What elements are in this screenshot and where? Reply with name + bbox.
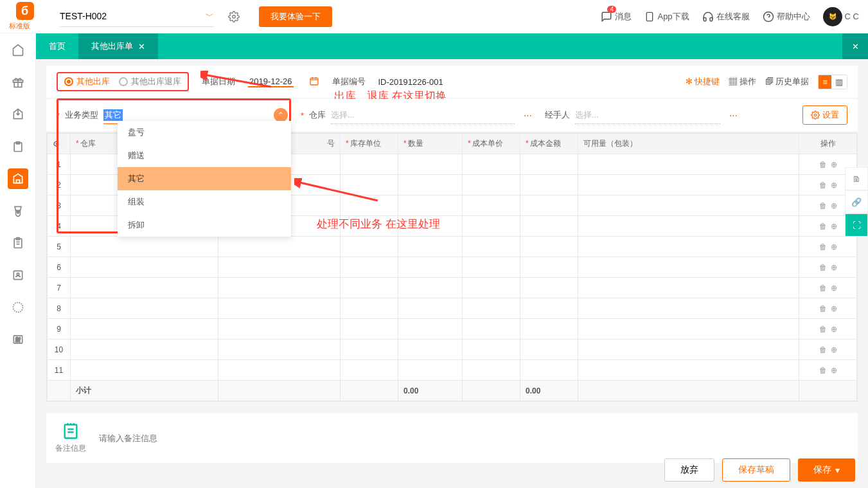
handler-select[interactable]: 选择... (575, 106, 720, 124)
tab-strip-close-icon[interactable]: ✕ (842, 33, 868, 59)
delete-icon[interactable]: 🗑 (819, 366, 827, 375)
warehouse-placeholder: 选择... (331, 109, 355, 121)
table-row[interactable]: 6🗑⊕ (48, 257, 857, 278)
nav-finance-icon[interactable]: ¥ (8, 201, 28, 221)
remark-label: 备注信息 (55, 443, 86, 454)
more-icon[interactable]: ⋯ (524, 111, 532, 120)
dropdown-item[interactable]: 其它 (118, 167, 291, 190)
row-ops: 🗑⊕ (799, 298, 857, 319)
add-row-icon[interactable]: ⊕ (831, 284, 837, 293)
view-list-icon[interactable]: ≡ (819, 75, 831, 89)
radio-outbound[interactable]: 其他出库 (64, 76, 110, 87)
float-link-icon[interactable]: 🔗 (845, 190, 868, 213)
more-icon[interactable]: ⋯ (729, 111, 738, 120)
table-row[interactable]: 11🗑⊕ (48, 360, 857, 381)
view-card-icon[interactable]: ▥ (831, 75, 847, 89)
add-row-icon[interactable]: ⊕ (831, 366, 837, 375)
delete-icon[interactable]: 🗑 (819, 304, 827, 313)
add-row-icon[interactable]: ⊕ (831, 222, 837, 231)
remark-input[interactable] (99, 433, 849, 443)
table-row[interactable]: 8🗑⊕ (48, 298, 857, 319)
add-row-icon[interactable]: ⊕ (831, 201, 837, 210)
delete-icon[interactable]: 🗑 (819, 345, 827, 354)
help-link[interactable]: 帮助中心 (763, 11, 810, 23)
delete-icon[interactable]: 🗑 (819, 201, 827, 210)
radio-outbound-return[interactable]: 其他出库退库 (119, 76, 181, 87)
try-button[interactable]: 我要体验一下 (259, 6, 332, 27)
user-menu[interactable]: 😺 C C (823, 7, 859, 26)
calendar-icon[interactable] (309, 76, 319, 88)
tab-strip: 首页 其他出库单 ✕ ✕ (36, 33, 868, 59)
service-link[interactable]: 在线客服 (702, 11, 750, 23)
nav-outbound-icon[interactable] (8, 136, 28, 157)
required-icon: * (301, 111, 304, 120)
row-number: 9 (48, 319, 71, 339)
app-download-label: App下载 (657, 11, 689, 23)
gear-icon[interactable] (224, 7, 244, 26)
biztype-label: 业务类型 (65, 109, 98, 121)
svg-point-17 (13, 303, 22, 312)
org-selector[interactable]: ﹀ (60, 6, 214, 27)
history-link[interactable]: 🗐 历史单据 (765, 76, 810, 87)
view-toggle[interactable]: ≡ ▥ (818, 75, 847, 89)
remark-section: 备注信息 (46, 413, 858, 463)
float-expand-icon[interactable]: ⛶ (845, 213, 868, 237)
doc-no-label: 单据编号 (332, 76, 366, 87)
nav-inbound-icon[interactable] (8, 104, 28, 125)
nav-clipboard-icon[interactable] (8, 233, 28, 253)
table-row[interactable]: 9🗑⊕ (48, 319, 857, 339)
col-avail: 可用量（包装） (578, 134, 799, 154)
add-row-icon[interactable]: ⊕ (831, 242, 837, 251)
ops-link[interactable]: ▦ 操作 (729, 76, 756, 87)
abandon-button[interactable]: 放弃 (664, 458, 714, 469)
table-row[interactable]: 7🗑⊕ (48, 278, 857, 298)
outbound-type-radio-group: 其他出库 其他出库退库 (57, 72, 189, 91)
dropdown-item[interactable]: 组装 (118, 190, 291, 213)
add-row-icon[interactable]: ⊕ (831, 304, 837, 313)
save-button[interactable]: 保存 ▾ (798, 458, 855, 469)
add-row-icon[interactable]: ⊕ (831, 181, 837, 190)
subtotal-label: 小计 (71, 381, 218, 401)
dropdown-item[interactable]: 赠送 (118, 144, 291, 167)
row-ops: 🗑⊕ (799, 360, 857, 381)
delete-icon[interactable]: 🗑 (819, 242, 827, 251)
delete-icon[interactable]: 🗑 (819, 325, 827, 334)
float-note-icon[interactable]: 🗎 (845, 167, 868, 190)
nav-sync-icon[interactable] (8, 297, 28, 318)
nav-new-icon[interactable]: 新 (8, 329, 28, 350)
add-row-icon[interactable]: ⊕ (831, 325, 837, 334)
warehouse-select[interactable]: 选择... (331, 106, 515, 124)
remark-icon: 备注信息 (55, 422, 86, 454)
add-row-icon[interactable]: ⊕ (831, 263, 837, 272)
nav-warehouse-icon[interactable] (8, 168, 28, 189)
shortcut-link[interactable]: ✻ 快捷键 (686, 76, 720, 87)
save-draft-button[interactable]: 保存草稿 (722, 458, 790, 469)
setup-button[interactable]: 设置 (802, 105, 847, 125)
add-row-icon[interactable]: ⊕ (831, 160, 837, 169)
table-row[interactable]: 5🗑⊕ (48, 237, 857, 257)
org-input[interactable] (60, 11, 188, 21)
delete-icon[interactable]: 🗑 (819, 160, 827, 169)
svg-rect-1 (647, 12, 653, 21)
delete-icon[interactable]: 🗑 (819, 284, 827, 293)
messages-link[interactable]: 消息 4 (601, 11, 632, 23)
delete-icon[interactable]: 🗑 (819, 263, 827, 272)
dropdown-item[interactable]: 盘亏 (118, 121, 291, 144)
app-download-link[interactable]: App下载 (644, 11, 689, 23)
chevron-up-icon[interactable]: ⌃ (274, 108, 288, 122)
delete-icon[interactable]: 🗑 (819, 181, 827, 190)
row-ops: 🗑⊕ (799, 278, 857, 298)
tab-home[interactable]: 首页 (36, 33, 78, 59)
add-row-icon[interactable]: ⊕ (831, 345, 837, 354)
nav-contacts-icon[interactable] (8, 265, 28, 285)
handler-field: 经手人 选择... ⋯ (545, 106, 738, 124)
row-number: 4 (48, 216, 71, 237)
nav-home-icon[interactable] (8, 40, 28, 60)
col-gear[interactable]: ⚙ (48, 134, 71, 154)
tab-other-outbound[interactable]: 其他出库单 ✕ (78, 33, 158, 59)
dropdown-item[interactable]: 拆卸 (118, 213, 291, 237)
close-icon[interactable]: ✕ (138, 42, 145, 51)
table-row[interactable]: 10🗑⊕ (48, 339, 857, 360)
delete-icon[interactable]: 🗑 (819, 222, 827, 231)
nav-gift-icon[interactable] (8, 72, 28, 93)
